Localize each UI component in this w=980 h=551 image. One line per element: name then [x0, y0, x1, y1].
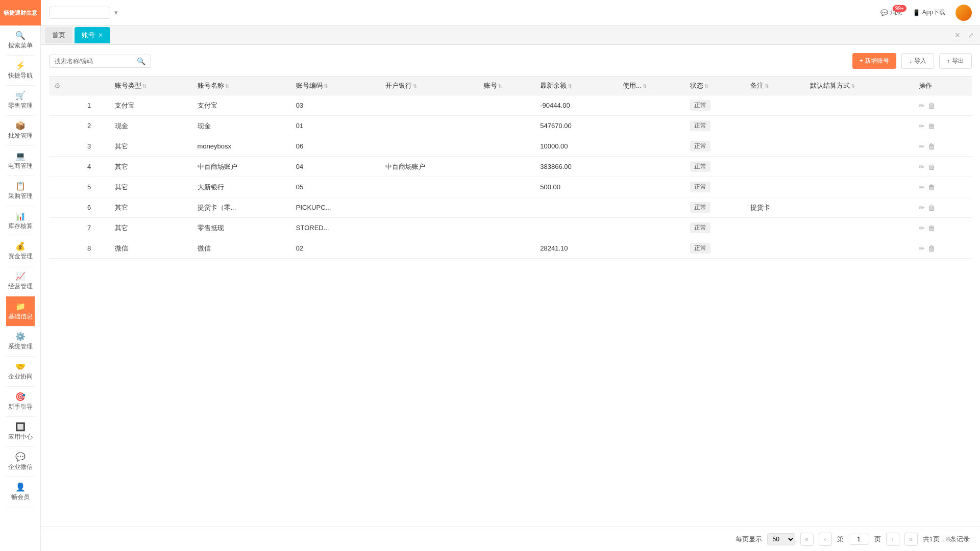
- cell-balance: 10000.00: [535, 136, 618, 157]
- sidebar-item-app-center[interactable]: 🔲应用中心: [6, 417, 35, 447]
- delete-icon[interactable]: 🗑: [928, 183, 935, 191]
- delete-icon[interactable]: 🗑: [928, 163, 935, 171]
- delete-icon[interactable]: 🗑: [928, 224, 935, 232]
- cell-balance: [535, 218, 618, 238]
- delete-icon[interactable]: 🗑: [928, 244, 935, 253]
- col-header-status[interactable]: 状态⇅: [685, 77, 745, 95]
- cell-name: 支付宝: [192, 95, 291, 116]
- delete-icon[interactable]: 🗑: [928, 122, 935, 130]
- maximize-window-icon[interactable]: ⤢: [966, 30, 976, 40]
- sort-arrows-remark: ⇅: [765, 83, 769, 89]
- edit-icon[interactable]: ✏: [919, 204, 925, 212]
- first-page-button[interactable]: «: [800, 533, 814, 546]
- cell-type: 其它: [110, 218, 192, 238]
- user-avatar[interactable]: [955, 5, 972, 21]
- edit-icon[interactable]: ✏: [919, 142, 925, 151]
- topbar-search-input[interactable]: [49, 7, 110, 19]
- member-icon: 👤: [8, 482, 33, 492]
- search-input[interactable]: [55, 58, 137, 65]
- edit-icon[interactable]: ✏: [919, 102, 925, 110]
- export-icon: ↑: [947, 58, 950, 65]
- cell-name: 零售抵现: [192, 218, 291, 238]
- edit-icon[interactable]: ✏: [919, 163, 925, 171]
- cell-usage: [618, 177, 685, 197]
- close-window-icon[interactable]: ✕: [952, 30, 963, 40]
- next-page-button[interactable]: ›: [886, 533, 899, 546]
- cell-name: 中百商场账户: [192, 157, 291, 177]
- edit-icon[interactable]: ✏: [919, 244, 925, 253]
- cell-code: 06: [291, 136, 380, 157]
- cell-index: 6: [82, 197, 110, 218]
- cell-code: 02: [291, 238, 380, 259]
- topbar-dropdown-icon[interactable]: ▾: [114, 9, 118, 16]
- prev-page-button[interactable]: ‹: [819, 533, 832, 546]
- cell-default_settlement: [805, 95, 914, 116]
- col-header-name[interactable]: 账号名称⇅: [192, 77, 291, 95]
- column-settings-icon[interactable]: ⚙: [54, 82, 61, 90]
- tab-home[interactable]: 首页: [45, 27, 72, 43]
- export-button[interactable]: ↑ 导出: [939, 53, 972, 69]
- sidebar-item-member[interactable]: 👤畅会员: [6, 477, 35, 507]
- enterprise-agreement-icon: 🤝: [8, 362, 33, 371]
- delete-icon[interactable]: 🗑: [928, 204, 935, 212]
- app-center-icon: 🔲: [8, 422, 33, 432]
- col-header-usage[interactable]: 使用...⇅: [618, 77, 685, 95]
- col-header-balance[interactable]: 最新余额⇅: [535, 77, 618, 95]
- delete-icon[interactable]: 🗑: [928, 142, 935, 151]
- cell-status: 正常: [685, 157, 745, 177]
- inventory-icon: 📊: [8, 211, 33, 221]
- sidebar-item-wholesale[interactable]: 📦批发管理: [6, 116, 35, 146]
- edit-icon[interactable]: ✏: [919, 183, 925, 191]
- col-header-code[interactable]: 账号编码⇅: [291, 77, 380, 95]
- cell-usage: [618, 136, 685, 157]
- col-header-type[interactable]: 账号类型⇅: [110, 77, 192, 95]
- sidebar-item-purchase[interactable]: 📋采购管理: [6, 176, 35, 206]
- sidebar-item-operations[interactable]: 📈经营管理: [6, 266, 35, 296]
- add-account-button[interactable]: + 新增账号: [852, 53, 896, 69]
- search-icon[interactable]: 🔍: [137, 57, 145, 65]
- cell-default_settlement: [805, 177, 914, 197]
- quick-nav-icon: ⚡: [8, 61, 33, 70]
- tab-label-account: 账号: [82, 31, 95, 40]
- sidebar-item-inventory[interactable]: 📊库存核算: [6, 206, 35, 236]
- sort-arrows-account: ⇅: [498, 83, 502, 89]
- sidebar-item-new-guide[interactable]: 🎯新手引导: [6, 387, 35, 417]
- sidebar-item-finance[interactable]: 💰资金管理: [6, 236, 35, 266]
- delete-icon[interactable]: 🗑: [928, 102, 935, 110]
- cell-bank: [380, 177, 479, 197]
- col-header-bank[interactable]: 开户银行⇅: [380, 77, 479, 95]
- col-header-remark[interactable]: 备注⇅: [745, 77, 804, 95]
- page-suffix: 页: [874, 535, 881, 544]
- sidebar-item-enterprise-wechat[interactable]: 💬企业微信: [6, 447, 35, 477]
- sort-arrows-default_settlement: ⇅: [851, 83, 855, 89]
- cell-account: [479, 136, 535, 157]
- sidebar-item-retail[interactable]: 🛒零售管理: [6, 86, 35, 116]
- cell-index: 5: [82, 177, 110, 197]
- sidebar-item-search-menu[interactable]: 🔍搜索菜单: [6, 26, 35, 56]
- sidebar-item-quick-nav[interactable]: ⚡快捷导航: [6, 56, 35, 86]
- edit-icon[interactable]: ✏: [919, 224, 925, 232]
- tab-account[interactable]: 账号✕: [75, 27, 110, 43]
- sidebar-item-ecommerce[interactable]: 💻电商管理: [6, 146, 35, 176]
- edit-icon[interactable]: ✏: [919, 122, 925, 130]
- col-header-account[interactable]: 账号⇅: [479, 77, 535, 95]
- sidebar-item-system[interactable]: ⚙️系统管理: [6, 327, 35, 357]
- topbar: ▾ 💬 消息 99+ 📱 App下载: [41, 0, 980, 26]
- cell-remark: 提货卡: [745, 197, 804, 218]
- topbar-app-download[interactable]: 📱 App下载: [913, 8, 945, 17]
- page-input[interactable]: [849, 534, 869, 545]
- sidebar-item-enterprise-agreement[interactable]: 🤝企业协同: [6, 357, 35, 387]
- tab-close-account[interactable]: ✕: [98, 32, 103, 39]
- last-page-button[interactable]: »: [904, 533, 918, 546]
- cell-usage: [618, 157, 685, 177]
- cell-default_settlement: [805, 136, 914, 157]
- content-toolbar: 🔍 + 新增账号 ↓ 导入 ↑ 导出: [49, 53, 972, 69]
- cell-index: 2: [82, 116, 110, 136]
- sidebar-item-basic-info[interactable]: 📁基础信息: [6, 296, 35, 327]
- cell-code: 01: [291, 116, 380, 136]
- topbar-message[interactable]: 💬 消息 99+: [880, 8, 902, 17]
- import-button[interactable]: ↓ 导入: [901, 53, 934, 69]
- per-page-select[interactable]: 50 20 100: [767, 533, 795, 545]
- cell-balance: 383866.00: [535, 157, 618, 177]
- col-header-default_settlement[interactable]: 默认结算方式⇅: [805, 77, 914, 95]
